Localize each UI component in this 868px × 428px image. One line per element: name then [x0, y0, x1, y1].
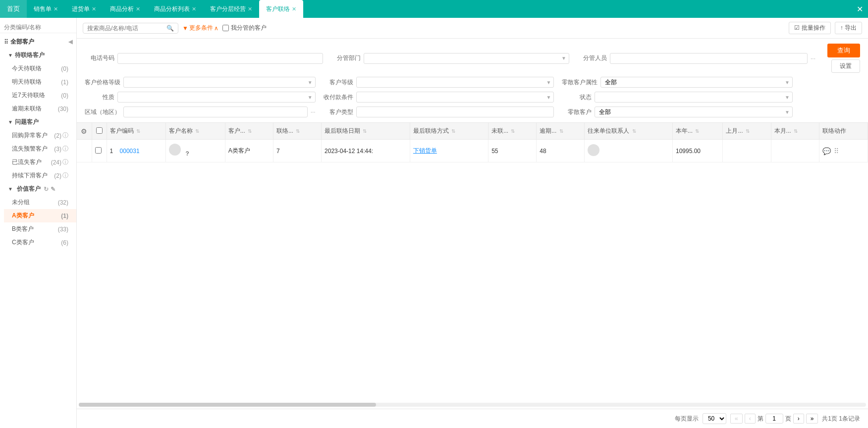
- query-btn[interactable]: 查询: [827, 44, 860, 57]
- manager-label: 分管人员: [577, 54, 607, 62]
- sidebar-item-overdue-contact[interactable]: 逾期未联络 (30): [4, 102, 76, 115]
- customer-table-area: ⚙ 客户编码 ⇅ 客户名称 ⇅: [77, 123, 868, 401]
- price-grade-select[interactable]: [123, 77, 316, 88]
- more-dots-icon[interactable]: ···: [811, 55, 815, 62]
- sidebar-item-class-b[interactable]: B类客户 (33): [4, 222, 76, 236]
- col-header-last-month[interactable]: 上月... ⇅: [723, 123, 771, 140]
- settings-column-header[interactable]: ⚙: [77, 123, 92, 140]
- row-last-method[interactable]: 下销货单: [410, 140, 488, 162]
- col-header-last-date[interactable]: 最后联络日期 ⇅: [322, 123, 410, 140]
- col-header-this-year[interactable]: 本年... ⇅: [672, 123, 722, 140]
- select-all-checkbox[interactable]: [96, 127, 103, 134]
- col-header-uncontacted[interactable]: 未联... ⇅: [488, 123, 537, 140]
- col-header-type[interactable]: 客户... ⇅: [225, 123, 273, 140]
- page-size-select[interactable]: 50: [703, 413, 726, 424]
- sidebar-item-declining[interactable]: 持续下滑客户 (2) ⓘ: [4, 169, 76, 182]
- col-header-contact[interactable]: 联络... ⇅: [273, 123, 321, 140]
- nav-tab-customer-contact[interactable]: 客户联络 ✕: [259, 0, 303, 18]
- sidebar-item-unclassified[interactable]: 未分组 (32): [4, 196, 76, 209]
- customer-grade-select-wrap: ▼: [356, 77, 554, 88]
- checkbox-column-header[interactable]: [92, 123, 107, 140]
- nature-select[interactable]: [117, 92, 316, 103]
- main-search-input[interactable]: [87, 25, 166, 32]
- chat-icon[interactable]: 💬: [822, 147, 831, 155]
- col-header-action[interactable]: 联络动作: [819, 123, 868, 140]
- close-segment-tab[interactable]: ✕: [248, 6, 252, 12]
- payment-select[interactable]: [356, 92, 554, 103]
- my-customers-check[interactable]: [222, 25, 229, 31]
- settings-btn[interactable]: 设置: [831, 59, 860, 73]
- retail-select[interactable]: 全部: [595, 107, 793, 117]
- sort-icon-this-month: ⇅: [794, 128, 798, 134]
- col-header-this-month[interactable]: 本月... ⇅: [771, 123, 819, 140]
- sidebar-item-churn-warning[interactable]: 流失预警客户 (3) ⓘ: [4, 142, 76, 156]
- nav-tab-purchase[interactable]: 进货单 ✕: [65, 0, 103, 18]
- customer-type-select[interactable]: [356, 107, 554, 117]
- col-header-overdue[interactable]: 逾期... ⇅: [537, 123, 585, 140]
- sidebar-item-7day-contact[interactable]: 近7天待联络 (0): [4, 89, 76, 102]
- refresh-icon[interactable]: ↻: [44, 186, 49, 193]
- last-method-link[interactable]: 下销货单: [413, 147, 437, 154]
- sidebar-item-today-contact[interactable]: 今天待联络 (0): [4, 62, 76, 75]
- batch-operation-btn[interactable]: ☑ 批量操作: [789, 22, 830, 34]
- retail-attr-select[interactable]: 全部: [600, 77, 793, 88]
- region-more-icon[interactable]: ···: [311, 108, 316, 115]
- nav-tab-analysis[interactable]: 商品分析 ✕: [103, 0, 147, 18]
- dept-select[interactable]: [364, 53, 569, 64]
- first-page-btn[interactable]: «: [730, 414, 743, 424]
- window-close-icon[interactable]: ✕: [857, 4, 863, 14]
- page-size-label: 每页显示: [675, 415, 699, 423]
- edit-icon[interactable]: ✎: [51, 186, 55, 193]
- gear-icon[interactable]: ⚙: [81, 127, 87, 135]
- sidebar-search-input[interactable]: [4, 24, 77, 31]
- next-page-btn[interactable]: ›: [793, 414, 804, 424]
- nav-tab-sales[interactable]: 销售单 ✕: [27, 0, 65, 18]
- close-contact-tab[interactable]: ✕: [292, 6, 296, 12]
- col-header-last-method[interactable]: 最后联络方式 ⇅: [410, 123, 488, 140]
- nav-tab-customer-segment[interactable]: 客户分层经营 ✕: [203, 0, 259, 18]
- sidebar-item-tomorrow-contact[interactable]: 明天待联络 (1): [4, 75, 76, 89]
- horizontal-scrollbar[interactable]: [77, 401, 868, 409]
- sidebar-all-customers[interactable]: ⠿ 全部客户 ◀: [0, 35, 76, 49]
- customer-grade-select[interactable]: [356, 77, 554, 88]
- grid-action-icon[interactable]: ⠿: [834, 147, 839, 155]
- close-purchase-tab[interactable]: ✕: [92, 6, 96, 12]
- my-customers-checkbox[interactable]: 我分管的客户: [222, 24, 267, 32]
- close-sales-tab[interactable]: ✕: [54, 6, 58, 12]
- page-number-input[interactable]: [765, 414, 783, 424]
- export-btn[interactable]: ↑ 导出: [835, 22, 862, 34]
- col-header-name[interactable]: 客户名称 ⇅: [166, 123, 225, 140]
- sidebar-item-repurchase-abnormal[interactable]: 回购异常客户 (2) ⓘ: [4, 129, 76, 142]
- sidebar-pending-contact-title[interactable]: ▼ 待联络客户: [4, 49, 76, 62]
- row-name[interactable]: ？: [166, 140, 225, 162]
- region-input[interactable]: [123, 107, 308, 117]
- filter-cell-manager: 分管人员 ···: [577, 53, 823, 64]
- collapse-icon: ◀: [68, 39, 72, 45]
- sidebar-value-customers-title[interactable]: ▼ 价值客户 ↻ ✎: [4, 182, 76, 196]
- col-header-code[interactable]: 客户编码 ⇅: [107, 123, 166, 140]
- status-select[interactable]: [595, 92, 793, 103]
- row-code[interactable]: 000031: [120, 148, 140, 155]
- scrollbar-track[interactable]: [79, 403, 866, 407]
- close-analysis-tab[interactable]: ✕: [136, 6, 140, 12]
- row-select-checkbox[interactable]: [95, 147, 102, 154]
- row-checkbox[interactable]: [92, 140, 107, 162]
- contact-avatar: [588, 144, 599, 156]
- price-grade-label: 客户价格等级: [85, 78, 120, 87]
- prev-page-btn[interactable]: ‹: [745, 414, 756, 424]
- col-header-company-contact[interactable]: 往来单位联系人 ⇅: [585, 123, 673, 140]
- scrollbar-thumb[interactable]: [79, 403, 376, 407]
- close-analysis-list-tab[interactable]: ✕: [192, 6, 196, 12]
- sidebar-item-class-a[interactable]: A类客户 (1): [4, 209, 76, 222]
- sidebar-item-churned[interactable]: 已流失客户 (24) ⓘ: [4, 156, 76, 169]
- more-conditions-btn[interactable]: ▼ 更多条件 ∧: [182, 24, 218, 32]
- sidebar-item-class-c[interactable]: C类客户 (6): [4, 236, 76, 249]
- search-icon[interactable]: 🔍: [166, 25, 174, 32]
- sidebar-problem-customers-title[interactable]: ▼ 问题客户: [4, 115, 76, 129]
- manager-input[interactable]: [610, 53, 808, 64]
- nav-tab-analysis-list[interactable]: 商品分析列表 ✕: [147, 0, 203, 18]
- nav-home[interactable]: 首页: [0, 0, 27, 18]
- phone-input[interactable]: [117, 53, 323, 64]
- last-page-btn[interactable]: »: [806, 414, 818, 424]
- top-navigation: 首页 销售单 ✕ 进货单 ✕ 商品分析 ✕ 商品分析列表 ✕ 客户分层经营 ✕ …: [0, 0, 868, 18]
